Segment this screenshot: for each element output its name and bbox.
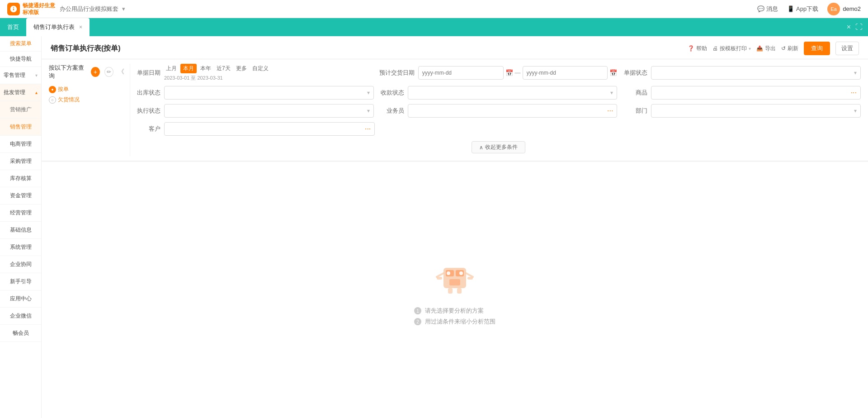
sidebar-item-members[interactable]: 畅会员 — [0, 325, 41, 342]
print-icon: 🖨 — [712, 45, 718, 52]
tab-bar: 首页 销售订单执行表 × × ⛶ — [0, 18, 868, 36]
window-expand-button[interactable]: ⛶ — [855, 23, 863, 31]
date-tab-this-month[interactable]: 本月 — [180, 64, 197, 73]
app-download-icon: 📱 — [787, 5, 794, 12]
sidebar-item-system[interactable]: 系统管理 — [0, 239, 41, 256]
empty-step-2: 2 用过滤条件来缩小分析范围 — [414, 318, 495, 326]
svg-line-10 — [437, 273, 443, 277]
print-button[interactable]: 🖨 按模板打印 ▾ — [712, 45, 751, 52]
delivery-date-end[interactable] — [523, 66, 608, 80]
window-close-button[interactable]: × — [847, 23, 851, 31]
sidebar-item-wholesale[interactable]: 批发管理 ▴ — [0, 84, 41, 101]
sidebar-item-retail[interactable]: 零售管理 ▾ — [0, 67, 41, 84]
calendar-start-icon[interactable]: 📅 — [505, 69, 513, 76]
sidebar-item-marketing[interactable]: 营销推广 — [0, 101, 41, 119]
sidebar-item-sales[interactable]: 销售管理 — [0, 119, 41, 136]
date-tab-more[interactable]: 更多 — [234, 64, 249, 73]
print-arrow-icon: ▾ — [749, 46, 751, 51]
tab-home[interactable]: 首页 — [0, 18, 26, 36]
export-button[interactable]: 📤 导出 — [756, 45, 776, 52]
order-status-label: 单据状态 — [623, 69, 647, 77]
date-tab-custom[interactable]: 自定义 — [250, 64, 270, 73]
filter-header: 按以下方案查询 + ✏ 《 — [49, 64, 124, 80]
query-button[interactable]: 查询 — [804, 42, 830, 55]
product-dots-icon[interactable]: ··· — [851, 89, 857, 97]
filter-expected-delivery: 预计交货日期 📅 — 📅 — [379, 66, 618, 80]
date-tab-7days[interactable]: 近7天 — [215, 64, 232, 73]
plan-item-by-order[interactable]: ● 按单 — [49, 86, 124, 93]
order-status-select[interactable]: ▾ — [651, 66, 861, 80]
settings-button[interactable]: 设置 — [835, 42, 859, 55]
svg-rect-9 — [457, 288, 462, 294]
filter-main: 单据日期 上月 本月 本年 近7天 更多 自定义 20 — [130, 64, 861, 156]
sidebar-item-basic-info[interactable]: 基础信息 — [0, 222, 41, 239]
step-num-1: 1 — [414, 307, 421, 314]
payment-status-label: 收款状态 — [379, 89, 404, 97]
top-bar-left: 畅捷通好生意 标准版 办公用品行业模拟账套 ▾ — [7, 2, 125, 15]
date-range-delivery: 📅 — 📅 — [418, 66, 618, 80]
date-tab-this-year[interactable]: 本年 — [198, 64, 213, 73]
product-select[interactable]: ··· — [651, 86, 861, 100]
filter-add-button[interactable]: + — [91, 67, 100, 77]
refresh-button[interactable]: ↺ 刷新 — [781, 45, 798, 52]
top-bar-right: 💬 消息 📱 App下载 Ea demo2 — [757, 3, 861, 15]
customer-select[interactable]: ··· — [164, 122, 375, 136]
svg-rect-8 — [448, 288, 453, 294]
main-layout: 搜索菜单 快捷导航 零售管理 ▾ 批发管理 ▴ 营销推广 销售管理 电商管理 采… — [0, 36, 868, 418]
sidebar-item-newbie[interactable]: 新手引导 — [0, 273, 41, 290]
message-button[interactable]: 💬 消息 — [757, 5, 778, 13]
collapse-row: ∧ 收起更多条件 — [136, 138, 861, 156]
content-area: 销售订单执行表(按单) ❓ 帮助 🖨 按模板打印 ▾ 📤 导出 ↺ 刷新 — [42, 36, 868, 418]
user-name: demo2 — [843, 5, 861, 12]
customer-dots-icon[interactable]: ··· — [365, 125, 371, 133]
sidebar-item-management[interactable]: 经营管理 — [0, 204, 41, 222]
out-status-label: 出库状态 — [136, 89, 160, 97]
filter-product: 商品 ··· — [623, 86, 861, 100]
expected-delivery-label: 预计交货日期 — [379, 69, 415, 77]
sidebar-item-ecommerce[interactable]: 电商管理 — [0, 136, 41, 153]
help-button[interactable]: ❓ 帮助 — [688, 45, 707, 52]
exec-status-select[interactable]: ▾ — [164, 104, 374, 118]
filter-row-1: 单据日期 上月 本月 本年 近7天 更多 自定义 20 — [136, 64, 861, 81]
delivery-date-start[interactable] — [418, 66, 504, 80]
sidebar-item-app-center[interactable]: 应用中心 — [0, 290, 41, 308]
filter-edit-button[interactable]: ✏ — [104, 67, 113, 77]
search-menu-item[interactable]: 搜索菜单 — [0, 36, 41, 52]
avatar: Ea — [827, 3, 840, 15]
empty-steps: 1 请先选择要分析的方案 2 用过滤条件来缩小分析范围 — [414, 307, 495, 326]
left-nav: 搜索菜单 快捷导航 零售管理 ▾ 批发管理 ▴ 营销推广 销售管理 电商管理 采… — [0, 36, 42, 418]
dept-select[interactable]: ▾ — [651, 104, 861, 118]
top-bar-title: 办公用品行业模拟账套 ▾ — [60, 5, 125, 13]
app-download-button[interactable]: 📱 App下载 — [787, 5, 818, 13]
page-header: 销售订单执行表(按单) ❓ 帮助 🖨 按模板打印 ▾ 📤 导出 ↺ 刷新 — [42, 36, 868, 59]
sidebar-item-enterprise[interactable]: 企业协同 — [0, 256, 41, 273]
salesperson-select[interactable]: ··· — [408, 104, 618, 118]
out-status-select[interactable]: ▾ — [164, 86, 374, 100]
page-title: 销售订单执行表(按单) — [51, 44, 121, 53]
filter-order-status: 单据状态 ▾ — [623, 66, 861, 80]
help-icon: ❓ — [688, 45, 694, 52]
sidebar-item-enterprise-wechat[interactable]: 企业微信 — [0, 308, 41, 325]
quick-nav-item[interactable]: 快捷导航 — [0, 52, 41, 67]
user-area[interactable]: Ea demo2 — [827, 3, 861, 15]
plan-item-shortage[interactable]: ○ 欠货情况 — [49, 96, 124, 104]
sidebar-item-capital[interactable]: 资金管理 — [0, 187, 41, 204]
collapse-button[interactable]: ∧ 收起更多条件 — [472, 141, 525, 153]
tab-active[interactable]: 销售订单执行表 × — [26, 18, 90, 36]
calendar-end-icon[interactable]: 📅 — [609, 69, 617, 76]
filter-collapse-button[interactable]: 《 — [118, 68, 124, 76]
customer-label: 客户 — [136, 125, 160, 133]
dept-label: 部门 — [623, 107, 647, 115]
sidebar-item-inventory[interactable]: 库存核算 — [0, 170, 41, 187]
top-bar-title-arrow[interactable]: ▾ — [122, 5, 125, 12]
payment-status-select[interactable]: ▾ — [408, 86, 618, 100]
tab-close-icon[interactable]: × — [79, 24, 82, 30]
empty-illustration — [432, 254, 477, 299]
date-tab-last-month[interactable]: 上月 — [164, 64, 179, 73]
plan-outline-icon: ○ — [49, 96, 56, 104]
salesperson-dots-icon[interactable]: ··· — [607, 107, 613, 115]
date-range-text: 2023-03-01 至 2023-03-31 — [164, 75, 374, 81]
sidebar-item-purchase[interactable]: 采购管理 — [0, 153, 41, 170]
svg-line-11 — [466, 273, 473, 277]
refresh-icon: ↺ — [781, 45, 786, 52]
